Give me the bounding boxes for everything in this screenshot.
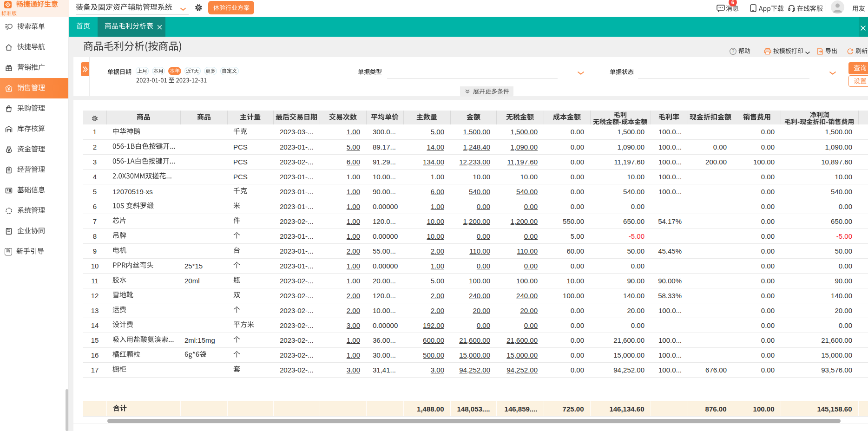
- svg-text:?: ?: [732, 49, 735, 54]
